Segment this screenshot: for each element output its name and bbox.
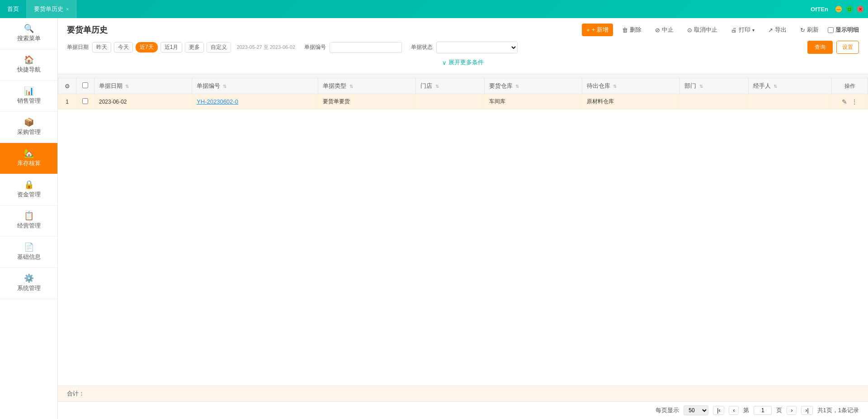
export-button[interactable]: ↗ 导出 [764,24,791,36]
tab-home[interactable]: 首页 [0,0,27,18]
settings-button[interactable]: 设置 [836,41,859,54]
delete-button[interactable]: 🗑 删除 [618,24,646,36]
sort-pending-warehouse-icon[interactable]: ⇅ [613,84,617,89]
filter-row-1: 单据日期 昨天 今天 近7天 近1月 更多 自定义 2023-05-27 至 2… [67,41,859,54]
refresh-label: 刷新 [807,26,819,34]
operations-mgmt-icon: 📋 [24,212,34,220]
new-button[interactable]: + + 新增 [582,24,613,36]
inventory-calc-icon: 🏡 [24,149,34,157]
delete-icon: 🗑 [622,27,628,33]
cell-order-no[interactable]: YH-20230602-0 [192,94,318,110]
more-action-button[interactable]: ⋮ [850,98,859,105]
cell-pending-warehouse: 原材料仓库 [582,94,680,110]
row-checkbox[interactable] [82,98,88,104]
print-icon: 🖨 [731,27,737,33]
date-btn-custom[interactable]: 自定义 [207,42,231,52]
sidebar-item-finance-mgmt[interactable]: 🔒 资金管理 [0,174,57,205]
th-order-no: 单据编号 ⇅ [192,78,318,94]
display-detail-toggle[interactable]: 显示明细 [828,26,859,34]
tab-home-label: 首页 [7,5,19,13]
print-button[interactable]: 🖨 打印 ▾ [726,24,759,36]
sort-handler-icon[interactable]: ⇅ [774,84,777,89]
date-filter-group: 单据日期 昨天 今天 近7天 近1月 更多 自定义 2023-05-27 至 2… [67,42,295,52]
date-btn-1month[interactable]: 近1月 [160,42,183,52]
sidebar-item-system-mgmt-label: 系统管理 [17,284,41,292]
stop-label: 中止 [662,26,674,34]
last-page-button[interactable]: ›| [801,406,812,415]
sort-store-icon[interactable]: ⇅ [435,84,439,89]
page-size-select[interactable]: 10 20 50 100 [684,405,708,415]
order-no-filter-group: 单据编号 [304,42,402,53]
prev-page-button[interactable]: ‹ [729,406,739,415]
table-row: 1 2023-06-02 YH-20230602-0 要货单要货 车间库 原材料… [58,94,868,110]
cancel-stop-icon: ⊙ [687,27,692,33]
minimize-button[interactable]: — [835,6,842,12]
cancel-stop-button[interactable]: ⊙ 取消中止 [683,24,722,36]
sidebar-item-system-mgmt[interactable]: ⚙️ 系统管理 [0,268,57,299]
date-btn-today[interactable]: 今天 [114,42,133,52]
next-page-button[interactable]: › [787,406,797,415]
main-layout: 🔍 搜索菜单 🏠 快捷导航 📊 销售管理 📦 采购管理 🏡 库存核算 🔒 资金管… [0,18,868,419]
sort-order-type-icon[interactable]: ⇅ [349,84,353,89]
th-order-type: 单据类型 ⇅ [318,78,416,94]
display-detail-checkbox[interactable] [828,27,834,33]
order-status-label: 单据状态 [411,43,433,51]
window-controls: — □ ✕ [835,6,868,12]
page-number-input[interactable] [754,406,772,415]
close-button[interactable]: ✕ [857,6,863,12]
pagination-bar: 每页显示 10 20 50 100 |‹ ‹ 第 页 › ›| 共1页，1条记录 [58,401,868,419]
stop-button[interactable]: ⊘ 中止 [651,24,678,36]
brand-label: OfTEn [811,6,828,13]
settings-icon[interactable]: ⚙ [65,83,70,90]
th-pending-warehouse: 待出仓库 ⇅ [582,78,680,94]
display-detail-label: 显示明细 [835,26,859,34]
summary-label: 合计： [67,390,85,397]
page-title: 要货单历史 [67,24,108,35]
maximize-button[interactable]: □ [846,6,853,12]
sort-date-icon[interactable]: ⇅ [125,84,129,89]
expand-filters-button[interactable]: ∨ 展开更多条件 [442,58,484,67]
refresh-icon: ↻ [800,27,805,33]
expand-label: 展开更多条件 [448,58,484,67]
sidebar-item-inventory-calc[interactable]: 🏡 库存核算 [0,143,57,174]
sidebar-item-operations-mgmt[interactable]: 📋 经营管理 [0,205,57,237]
date-range-display: 2023-05-27 至 2023-06-02 [236,44,295,51]
export-icon: ↗ [768,27,773,33]
first-page-button[interactable]: |‹ [713,406,724,415]
order-status-filter-group: 单据状态 [411,42,518,53]
sidebar-item-purchase-mgmt[interactable]: 📦 采购管理 [0,112,57,143]
order-status-select[interactable] [436,42,518,53]
refresh-button[interactable]: ↻ 刷新 [796,24,823,36]
sidebar-item-search-menu[interactable]: 🔍 搜索菜单 [0,18,57,49]
sort-order-no-icon[interactable]: ⇅ [223,84,226,89]
sidebar-item-purchase-mgmt-label: 采购管理 [17,128,41,136]
date-btn-yesterday[interactable]: 昨天 [92,42,111,52]
th-settings: ⚙ [58,78,76,94]
sidebar-item-base-info[interactable]: 📄 基础信息 [0,237,57,268]
sidebar-item-sales-mgmt[interactable]: 📊 销售管理 [0,81,57,112]
order-no-link[interactable]: YH-20230602-0 [197,98,238,105]
date-btn-more[interactable]: 更多 [185,42,204,52]
tab-order-history[interactable]: 要货单历史 × [27,0,76,18]
tab-close-icon[interactable]: × [66,6,69,12]
date-btn-7days[interactable]: 近7天 [136,42,158,52]
content-area: 要货单历史 + + 新增 🗑 删除 ⊘ 中止 ⊙ [58,18,868,419]
select-all-checkbox[interactable] [82,82,88,88]
page-label-before: 第 [743,406,749,414]
new-icon: + [586,27,590,33]
tab-order-history-label: 要货单历史 [34,5,63,13]
sidebar-item-quick-nav[interactable]: 🏠 快捷导航 [0,49,57,81]
th-store: 门店 ⇅ [416,78,485,94]
sort-dept-icon[interactable]: ⇅ [699,84,703,89]
th-checkbox [76,78,94,94]
purchase-mgmt-icon: 📦 [24,118,34,126]
delete-label: 删除 [630,26,642,34]
query-button[interactable]: 查询 [807,41,833,54]
sort-req-warehouse-icon[interactable]: ⇅ [515,84,519,89]
table-body: 1 2023-06-02 YH-20230602-0 要货单要货 车间库 原材料… [58,94,868,110]
th-handler: 经手人 ⇅ [748,78,831,94]
edit-action-button[interactable]: ✎ [840,98,849,105]
order-no-input[interactable] [330,42,402,53]
cell-checkbox [76,94,94,110]
stop-icon: ⊘ [655,27,660,33]
